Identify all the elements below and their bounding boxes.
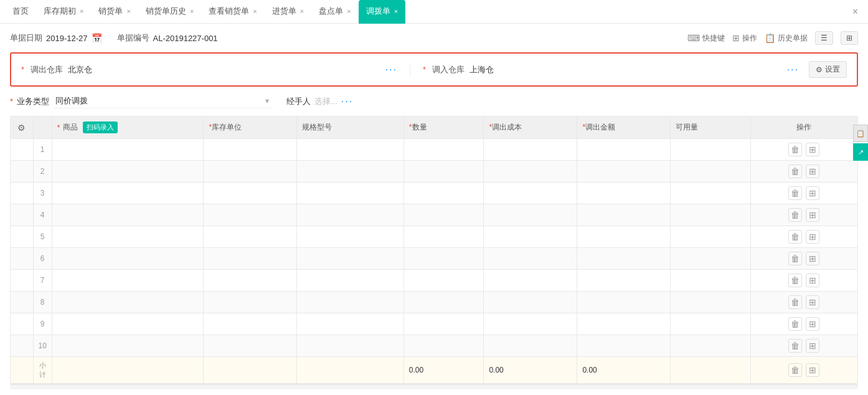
tab-close-sales-history[interactable]: × [190,7,194,15]
row-delete-icon[interactable]: 🗑 [788,164,802,178]
row-spec-cell[interactable] [297,226,403,248]
row-available-cell[interactable] [671,270,751,292]
row-amount-cell[interactable] [577,335,671,357]
handler-input[interactable]: 选择... [314,96,337,107]
calendar-icon[interactable]: 📅 [92,33,102,43]
row-spec-cell[interactable] [297,335,403,357]
row-available-cell[interactable] [671,183,751,204]
row-qty-cell[interactable] [403,335,484,357]
row-spec-cell[interactable] [297,248,403,270]
row-cost-cell[interactable] [484,248,577,270]
row-cost-cell[interactable] [484,335,577,357]
row-delete-icon[interactable]: 🗑 [788,295,802,309]
row-delete-icon[interactable]: 🗑 [788,208,802,222]
row-product-cell[interactable] [52,292,204,313]
subtotal-delete-icon[interactable]: 🗑 [788,363,802,377]
warehouse-in-more-btn[interactable]: ··· [787,64,799,75]
row-product-cell[interactable] [52,248,204,270]
row-qty-cell[interactable] [403,270,484,292]
row-delete-icon[interactable]: 🗑 [788,143,802,156]
row-available-cell[interactable] [671,139,751,161]
tab-close-view-sales[interactable]: × [253,7,257,15]
row-copy-icon[interactable]: ⊞ [806,230,819,244]
row-available-cell[interactable] [671,248,751,270]
row-cost-cell[interactable] [484,313,577,335]
layout-btn-1[interactable]: ☰ [815,31,833,45]
right-panel-note-btn[interactable]: 📋 [853,125,868,142]
row-unit-cell[interactable] [204,161,297,183]
row-amount-cell[interactable] [577,139,671,161]
tab-view-sales[interactable]: 查看销货单 × [201,0,264,24]
row-product-cell[interactable] [52,270,204,292]
history-btn[interactable]: 📋 历史单据 [765,33,808,44]
shortcuts-btn[interactable]: ⌨ 快捷键 [687,33,725,44]
row-copy-icon[interactable]: ⊞ [806,339,819,353]
row-delete-icon[interactable]: 🗑 [788,186,802,200]
row-delete-icon[interactable]: 🗑 [788,274,802,287]
row-amount-cell[interactable] [577,248,671,270]
right-panel-export-btn[interactable]: ↗ [853,143,868,161]
row-cost-cell[interactable] [484,161,577,183]
row-unit-cell[interactable] [204,313,297,335]
row-delete-icon[interactable]: 🗑 [788,230,802,244]
business-type-select[interactable]: 同价调拨 ▾ [53,94,271,108]
tab-home[interactable]: 首页 [5,0,36,24]
row-product-cell[interactable] [52,335,204,357]
row-cost-cell[interactable] [484,270,577,292]
row-available-cell[interactable] [671,161,751,183]
row-spec-cell[interactable] [297,204,403,226]
row-spec-cell[interactable] [297,313,403,335]
row-amount-cell[interactable] [577,183,671,204]
subtotal-copy-icon[interactable]: ⊞ [806,363,819,377]
row-amount-cell[interactable] [577,270,671,292]
row-product-cell[interactable] [52,183,204,204]
tab-inventory-init[interactable]: 库存期初 × [36,0,91,24]
layout-btn-2[interactable]: ⊞ [841,31,858,45]
window-close-btn[interactable]: × [847,6,863,17]
row-cost-cell[interactable] [484,139,577,161]
row-qty-cell[interactable] [403,161,484,183]
tab-purchase[interactable]: 进货单 × [265,0,311,24]
row-product-cell[interactable] [52,226,204,248]
tab-close-sales-order[interactable]: × [126,7,130,15]
row-qty-cell[interactable] [403,292,484,313]
row-spec-cell[interactable] [297,183,403,204]
warehouse-setting-btn[interactable]: ⚙ 设置 [809,61,847,78]
row-cost-cell[interactable] [484,292,577,313]
warehouse-out-more-btn[interactable]: ··· [385,64,397,75]
row-amount-cell[interactable] [577,161,671,183]
operations-btn[interactable]: ⊞ 操作 [732,33,757,44]
row-qty-cell[interactable] [403,204,484,226]
row-unit-cell[interactable] [204,270,297,292]
table-gear-icon[interactable]: ⚙ [17,123,26,133]
row-qty-cell[interactable] [403,313,484,335]
row-delete-icon[interactable]: 🗑 [788,252,802,265]
row-unit-cell[interactable] [204,292,297,313]
row-available-cell[interactable] [671,313,751,335]
tab-close-inventory-count[interactable]: × [347,7,351,15]
th-gear[interactable]: ⚙ [11,117,33,139]
horizontal-scrollbar[interactable] [10,384,858,389]
row-available-cell[interactable] [671,335,751,357]
row-unit-cell[interactable] [204,183,297,204]
row-cost-cell[interactable] [484,204,577,226]
tab-close-inventory-init[interactable]: × [80,7,83,15]
tab-close-purchase[interactable]: × [300,7,304,15]
row-product-cell[interactable] [52,204,204,226]
tab-close-transfer[interactable]: × [394,7,398,15]
tab-transfer[interactable]: 调拨单 × [359,0,405,24]
row-copy-icon[interactable]: ⊞ [806,208,819,222]
row-copy-icon[interactable]: ⊞ [806,252,819,265]
row-spec-cell[interactable] [297,161,403,183]
row-unit-cell[interactable] [204,204,297,226]
scan-btn[interactable]: 扫码录入 [83,121,118,133]
row-qty-cell[interactable] [403,226,484,248]
warehouse-in-value[interactable]: 上海仓 [469,64,782,75]
row-copy-icon[interactable]: ⊞ [806,186,819,200]
row-cost-cell[interactable] [484,226,577,248]
row-available-cell[interactable] [671,204,751,226]
row-qty-cell[interactable] [403,139,484,161]
tab-inventory-count[interactable]: 盘点单 × [311,0,358,24]
row-cost-cell[interactable] [484,183,577,204]
row-amount-cell[interactable] [577,204,671,226]
